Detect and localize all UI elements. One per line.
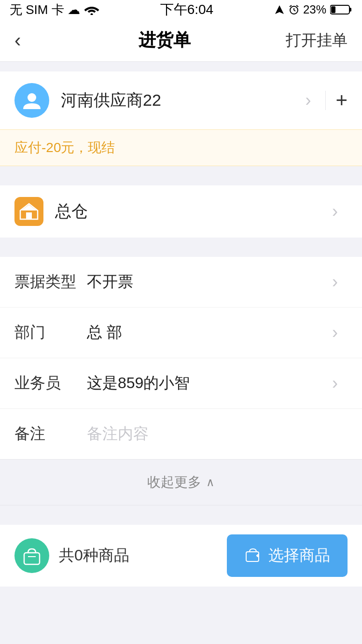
- section-gap-1: [0, 62, 362, 71]
- status-bar-left: 无 SIM 卡 ☁: [10, 1, 99, 18]
- salesperson-row[interactable]: 业务员 这是859的小智 ›: [0, 358, 362, 409]
- warehouse-icon-bg: [14, 197, 43, 226]
- add-button[interactable]: +: [335, 89, 348, 112]
- cart-icon: [244, 547, 262, 564]
- supplier-row[interactable]: 河南供应商22 › +: [0, 71, 362, 129]
- location-icon: [274, 4, 285, 15]
- svg-point-10: [28, 93, 36, 102]
- warehouse-name: 总仓: [55, 200, 332, 223]
- warehouse-chevron-icon: ›: [332, 201, 338, 222]
- svg-line-5: [290, 5, 292, 7]
- svg-marker-1: [275, 5, 284, 14]
- svg-point-0: [90, 14, 93, 15]
- svg-rect-14: [24, 553, 40, 564]
- section-gap-3: [0, 238, 362, 247]
- svg-rect-16: [246, 552, 259, 561]
- supplier-chevron-icon: ›: [305, 90, 311, 111]
- supplier-section: 河南供应商22 › + 应付-20元，现结: [0, 71, 362, 166]
- department-row[interactable]: 部门 总 部 ›: [0, 308, 362, 358]
- notice-text: 应付-20元，现结: [14, 140, 115, 155]
- salesperson-value: 这是859的小智: [82, 373, 332, 394]
- department-value: 总 部: [82, 322, 332, 343]
- salesperson-chevron-icon: ›: [332, 373, 338, 393]
- invoice-type-value: 不开票: [82, 271, 332, 293]
- select-product-label: 选择商品: [268, 545, 330, 566]
- collapse-row[interactable]: 收起更多 ∧: [0, 459, 362, 505]
- user-icon: [21, 90, 42, 111]
- invoice-type-chevron-icon: ›: [332, 272, 338, 292]
- nav-bar: ‹ 进货单 打开挂单: [0, 19, 362, 62]
- section-gap-4: [0, 505, 362, 515]
- status-bar-time: 下午6:04: [160, 0, 214, 19]
- remarks-label: 备注: [14, 423, 82, 445]
- status-bar: 无 SIM 卡 ☁ 下午6:04 23%: [0, 0, 362, 19]
- warehouse-row[interactable]: 总仓 ›: [0, 185, 362, 238]
- form-section: 票据类型 不开票 › 部门 总 部 › 业务员 这是859的小智 › 备注 备注…: [0, 257, 362, 459]
- content-area: 河南供应商22 › + 应付-20元，现结 总仓 › 票据类: [0, 62, 362, 587]
- svg-line-4: [294, 10, 295, 11]
- divider: [325, 91, 326, 110]
- supplier-avatar: [14, 83, 49, 118]
- battery-icon: [330, 4, 352, 15]
- shopping-bag-icon: [21, 546, 42, 565]
- alarm-icon: [289, 4, 299, 15]
- svg-line-6: [296, 5, 298, 7]
- open-pending-button[interactable]: 打开挂单: [286, 30, 348, 51]
- collapse-arrow-icon: ∧: [206, 476, 215, 489]
- wifi-icon: [84, 4, 99, 15]
- back-button[interactable]: ‹: [14, 29, 43, 51]
- house-icon: [19, 203, 39, 220]
- signal-text: 无 SIM 卡 ☁: [10, 1, 80, 18]
- select-product-button[interactable]: 选择商品: [227, 534, 348, 577]
- collapse-label: 收起更多: [147, 473, 201, 491]
- remarks-row[interactable]: 备注 备注内容: [0, 409, 362, 459]
- svg-rect-9: [331, 6, 335, 13]
- invoice-type-row[interactable]: 票据类型 不开票 ›: [0, 257, 362, 308]
- product-icon-bg: [14, 538, 49, 573]
- remarks-placeholder: 备注内容: [82, 423, 348, 445]
- department-label: 部门: [14, 322, 82, 343]
- invoice-type-label: 票据类型: [14, 271, 82, 293]
- notice-banner: 应付-20元，现结: [0, 129, 362, 166]
- status-bar-right: 23%: [274, 3, 352, 16]
- salesperson-label: 业务员: [14, 373, 82, 394]
- department-chevron-icon: ›: [332, 322, 338, 343]
- warehouse-section: 总仓 ›: [0, 185, 362, 238]
- product-count: 共0种商品: [59, 545, 227, 566]
- svg-rect-12: [26, 212, 32, 219]
- battery-text: 23%: [303, 3, 326, 16]
- page-title: 进货单: [139, 28, 191, 52]
- supplier-name: 河南供应商22: [61, 89, 305, 112]
- product-footer: 共0种商品 选择商品: [0, 525, 362, 587]
- section-gap-2: [0, 166, 362, 176]
- svg-rect-8: [349, 8, 351, 12]
